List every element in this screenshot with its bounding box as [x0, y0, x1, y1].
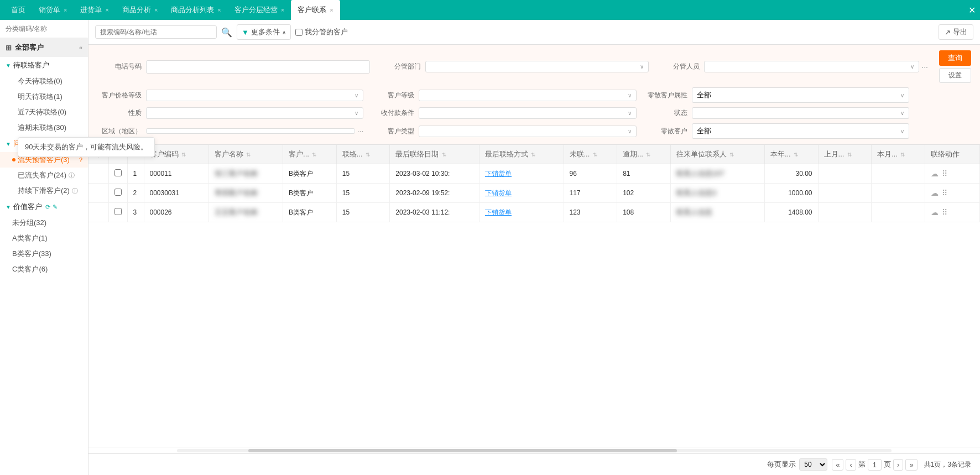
settings-button[interactable]: 设置 — [939, 68, 971, 83]
scroll-thumb[interactable] — [248, 449, 677, 452]
my-customers-checkbox-container[interactable]: 我分管的客户 — [295, 27, 348, 37]
filter-select-nature[interactable]: ∨ — [146, 107, 363, 119]
cell-row1-last-month — [818, 164, 872, 184]
more-action-icon-row1[interactable]: ⠿ — [942, 169, 947, 178]
sidebar-group-pending-header[interactable]: ▼ 待联络客户 — [0, 57, 88, 74]
col-last-month[interactable]: 上月... ⇅ — [818, 145, 872, 164]
dots-button-region[interactable]: ··· — [357, 127, 364, 135]
cell-row3-contact: 15 — [336, 203, 390, 222]
sort-icon-name: ⇅ — [246, 152, 251, 158]
col-unit-contact[interactable]: 往来单位联系人 ⇅ — [670, 145, 764, 164]
tab-customer-layered[interactable]: 客户分层经营 × — [228, 0, 291, 20]
next-page-button[interactable]: › — [893, 459, 903, 471]
filter-select-customer-level[interactable]: ∨ — [419, 90, 636, 101]
per-page-select[interactable]: 50 100 200 — [799, 458, 827, 471]
search-button-icon[interactable]: 🔍 — [221, 27, 232, 38]
tab-close-customer-layered[interactable]: × — [281, 7, 284, 13]
col-customer-type[interactable]: 客户... ⇅ — [283, 145, 337, 164]
sidebar-item-7day-contact[interactable]: 近7天待联络(0) — [0, 105, 88, 120]
sidebar-item-b-class[interactable]: B类客户(33) — [0, 246, 88, 262]
first-page-button[interactable]: « — [832, 459, 843, 471]
tab-close-sales[interactable]: × — [64, 7, 67, 13]
tab-customer-contact[interactable]: 客户联系 × — [291, 0, 340, 20]
tab-product-analysis-list[interactable]: 商品分析列表 × — [164, 0, 227, 20]
tab-product-analysis[interactable]: 商品分析 × — [116, 0, 164, 20]
filter-select-customer-type[interactable]: ∨ — [419, 126, 636, 137]
filter-select-price-level[interactable]: ∨ — [146, 90, 363, 101]
filter-field-retail: 零散客户 全部 ∨ — [643, 123, 909, 139]
filter-row-4: 区域（地区） ··· 客户类型 ∨ 零散客户 全部 — [97, 123, 971, 139]
tab-close-product-list[interactable]: × — [217, 7, 221, 13]
dots-button-manager[interactable]: ··· — [921, 62, 928, 71]
sidebar-item-churned[interactable]: 已流失客户(24) ⓘ — [0, 168, 88, 183]
filter-row-3: 性质 ∨ 收付款条件 ∨ 状态 — [97, 107, 971, 119]
filter-select-manager[interactable]: ∨ — [704, 61, 919, 72]
col-this-month[interactable]: 本月... ⇅ — [872, 145, 925, 164]
search-input[interactable] — [95, 25, 217, 39]
row1-checkbox[interactable] — [114, 169, 122, 176]
col-uncontacted[interactable]: 未联... ⇅ — [564, 145, 617, 164]
tab-close-purchase[interactable]: × — [105, 7, 108, 13]
filter-select-dept[interactable]: ∨ — [425, 61, 649, 72]
contact-action-icon-row1[interactable]: ☁ — [931, 169, 939, 178]
prev-page-button[interactable]: ‹ — [846, 459, 856, 471]
sidebar-item-c-class[interactable]: C类客户(6) — [0, 262, 88, 277]
more-conditions-button[interactable]: ▼ 更多条件 ∧ — [237, 24, 291, 40]
sidebar-item-overdue-contact[interactable]: 逾期未联络(30) — [0, 120, 88, 135]
row3-checkbox[interactable] — [114, 208, 122, 215]
tooltip-box: 90天未交易的客户，可能有流失风险。 — [18, 137, 88, 157]
col-this-year[interactable]: 本年... ⇅ — [764, 145, 818, 164]
col-last-method[interactable]: 最后联络方式 ⇅ — [479, 145, 564, 164]
cell-row2-last-method[interactable]: 下销货单 — [479, 184, 564, 203]
edit-icon[interactable]: ✎ — [53, 203, 58, 211]
contact-action-icon-row2[interactable]: ☁ — [931, 189, 939, 197]
cell-row1-last-method[interactable]: 下销货单 — [479, 164, 564, 184]
grid-icon: ⊞ — [6, 44, 12, 52]
row2-checkbox[interactable] — [114, 189, 122, 196]
window-close-button[interactable]: ✕ — [968, 5, 976, 15]
refresh-icon[interactable]: ⟳ — [45, 203, 50, 211]
filter-select-region[interactable] — [146, 128, 355, 134]
filter-field-payment: 收付款条件 ∨ — [370, 107, 636, 119]
filter-select-payment[interactable]: ∨ — [419, 107, 636, 119]
filter-label-retail: 零散客户 — [643, 127, 687, 136]
my-customers-checkbox[interactable] — [295, 29, 303, 36]
cell-row1-uncontacted: 96 — [564, 164, 617, 184]
col-last-date[interactable]: 最后联络日期 ⇅ — [390, 145, 479, 164]
query-button[interactable]: 查询 — [939, 50, 971, 66]
col-overdue[interactable]: 逾期... ⇅ — [617, 145, 671, 164]
dot-icon — [12, 174, 15, 177]
col-contact[interactable]: 联络... ⇅ — [336, 145, 390, 164]
tab-home[interactable]: 首页 — [4, 0, 32, 20]
last-page-button[interactable]: » — [905, 459, 917, 471]
sidebar-item-unclassified[interactable]: 未分组(32) — [0, 215, 88, 231]
sort-icon-overdue: ⇅ — [646, 152, 650, 158]
tab-purchase-order[interactable]: 进货单 × — [74, 0, 115, 20]
sidebar-search-container: 🔍 — [0, 20, 88, 38]
sidebar-item-tomorrow-contact[interactable]: 明天待联络(1) — [0, 89, 88, 105]
export-button[interactable]: ↗ 导出 — [939, 24, 973, 40]
filter-bar: 🔍 ▼ 更多条件 ∧ 我分管的客户 ↗ 导出 — [88, 20, 980, 45]
filter-select-status[interactable]: ∨ — [692, 107, 909, 119]
more-action-icon-row3[interactable]: ⠿ — [942, 208, 947, 217]
sort-icon-last-date: ⇅ — [442, 152, 446, 158]
sidebar-item-declining[interactable]: 持续下滑客户(2) ⓘ — [0, 183, 88, 199]
sidebar-search-input[interactable] — [6, 25, 88, 33]
sidebar-all-customers[interactable]: ⊞ 全部客户 « — [0, 38, 88, 57]
filter-input-phone[interactable] — [146, 60, 370, 74]
sidebar-item-today-contact[interactable]: 今天待联络(0) — [0, 74, 88, 89]
tab-close-product-analysis[interactable]: × — [154, 7, 158, 13]
tab-sales-order[interactable]: 销货单 × — [32, 0, 74, 20]
filter-label-region: 区域（地区） — [97, 127, 142, 136]
tab-close-customer-contact[interactable]: × — [330, 7, 333, 13]
sidebar-item-a-class[interactable]: A类客户(1) — [0, 231, 88, 246]
filter-select-retail[interactable]: 全部 ∨ — [692, 123, 909, 139]
cell-row2-last-month — [818, 184, 872, 203]
contact-action-icon-row3[interactable]: ☁ — [931, 208, 939, 217]
horizontal-scrollbar[interactable] — [88, 447, 980, 453]
filter-select-retail-attr[interactable]: 全部 ∨ — [692, 87, 909, 103]
more-action-icon-row2[interactable]: ⠿ — [942, 189, 947, 197]
cell-row3-last-method[interactable]: 下销货单 — [479, 203, 564, 222]
col-customer-name[interactable]: 客户名称 ⇅ — [208, 145, 283, 164]
sidebar-group-value-header[interactable]: ▼ 价值客户 ⟳ ✎ — [0, 199, 88, 215]
